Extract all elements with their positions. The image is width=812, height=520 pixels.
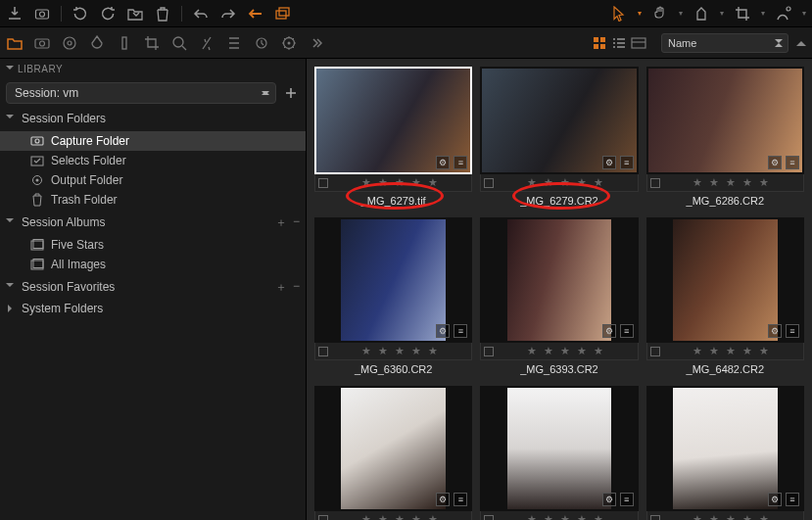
session-select[interactable]: Session: vm <box>6 82 276 104</box>
adjustments-badge-icon[interactable]: ⚙ <box>768 324 782 338</box>
thumbnail-image-wrap[interactable]: ⚙≡ <box>646 217 804 343</box>
thumbnail-cell[interactable]: ⚙≡★ ★ ★ ★ ★_MG_6286.CR2 <box>646 67 804 210</box>
select-checkbox[interactable] <box>318 178 328 188</box>
draw-icon[interactable] <box>775 5 792 23</box>
metadata-tab-icon[interactable] <box>225 34 243 52</box>
more-tabs-icon[interactable] <box>308 34 325 52</box>
info-badge-icon[interactable]: ≡ <box>620 324 634 338</box>
sidebar-item-selects-folder[interactable]: Selects Folder <box>0 151 306 170</box>
adjustments-badge-icon[interactable]: ⚙ <box>768 156 782 169</box>
pan-icon[interactable] <box>651 5 669 23</box>
rating-stars[interactable]: ★ ★ ★ ★ ★ <box>332 176 468 189</box>
rating-stars[interactable]: ★ ★ ★ ★ ★ <box>332 345 468 357</box>
exposure-icon[interactable] <box>693 5 710 23</box>
thumbnail-image-wrap[interactable]: ⚙≡ <box>646 386 804 511</box>
rating-stars[interactable]: ★ ★ ★ ★ ★ <box>498 176 634 189</box>
sort-select[interactable]: Name <box>661 33 788 53</box>
sidebar-item-output-folder[interactable]: Output Folder <box>0 170 306 190</box>
thumbnail-image-wrap[interactable]: ⚙≡ <box>480 67 638 174</box>
adjustments-badge-icon[interactable]: ⚙ <box>602 493 616 506</box>
session-favorites-section[interactable]: Session Favorites ＋ − <box>0 276 306 298</box>
import-icon[interactable] <box>6 5 24 23</box>
add-favorite-icon[interactable]: ＋ <box>275 279 287 296</box>
grid-view-icon[interactable] <box>591 34 608 52</box>
thumbnail-cell[interactable]: ⚙≡★ ★ ★ ★ ★ <box>314 386 472 520</box>
copy-stack-icon[interactable] <box>274 5 292 23</box>
add-session-button[interactable] <box>282 84 300 102</box>
select-checkbox[interactable] <box>484 515 494 521</box>
details-tab-icon[interactable] <box>170 34 188 52</box>
rating-stars[interactable]: ★ ★ ★ ★ ★ <box>664 176 800 189</box>
library-tab-icon[interactable] <box>6 34 24 52</box>
thumbnail-cell[interactable]: ⚙≡★ ★ ★ ★ ★_MG_6482.CR2 <box>646 217 804 378</box>
reset-icon[interactable] <box>247 5 264 23</box>
cursor-icon[interactable] <box>610 5 628 23</box>
undo-icon[interactable] <box>192 5 210 23</box>
crop-tab-icon[interactable] <box>143 34 161 52</box>
select-checkbox[interactable] <box>650 515 660 521</box>
filmstrip-view-icon[interactable] <box>630 34 647 52</box>
thumbnail-cell[interactable]: ⚙≡★ ★ ★ ★ ★_MG_6279.tif <box>314 67 472 210</box>
adjustments-badge-icon[interactable]: ⚙ <box>768 493 782 506</box>
info-badge-icon[interactable]: ≡ <box>454 493 467 506</box>
thumbnail-cell[interactable]: ⚙≡★ ★ ★ ★ ★_MG_6393.CR2 <box>480 217 638 378</box>
select-checkbox[interactable] <box>318 515 328 521</box>
sidebar-item-trash-folder[interactable]: Trash Folder <box>0 190 306 210</box>
info-badge-icon[interactable]: ≡ <box>454 324 467 338</box>
session-albums-section[interactable]: Session Albums ＋ − <box>0 212 306 233</box>
thumbnail-cell[interactable]: ⚙≡★ ★ ★ ★ ★ <box>480 386 638 520</box>
session-folders-section[interactable]: Session Folders <box>0 108 306 129</box>
metadata2-tab-icon[interactable] <box>253 34 270 52</box>
output-tab-icon[interactable] <box>280 34 298 52</box>
thumbnail-cell[interactable]: ⚙≡★ ★ ★ ★ ★_MG_6279.CR2 <box>480 67 638 210</box>
lens-tab-icon[interactable] <box>61 34 78 52</box>
info-badge-icon[interactable]: ≡ <box>454 156 467 169</box>
adjustments-badge-icon[interactable]: ⚙ <box>436 324 450 338</box>
rotate-left-icon[interactable] <box>72 5 89 23</box>
rating-stars[interactable]: ★ ★ ★ ★ ★ <box>664 513 800 520</box>
select-checkbox[interactable] <box>650 347 660 356</box>
select-checkbox[interactable] <box>484 178 494 188</box>
system-folders-section[interactable]: System Folders <box>0 298 306 319</box>
info-badge-icon[interactable]: ≡ <box>620 493 634 506</box>
sidebar-item-all-images[interactable]: All Images <box>0 255 306 274</box>
thumbnail-image-wrap[interactable]: ⚙≡ <box>480 217 638 343</box>
sidebar-item-capture-folder[interactable]: Capture Folder <box>0 131 306 151</box>
thumbnail-image-wrap[interactable]: ⚙≡ <box>646 67 804 174</box>
thumbnail-image-wrap[interactable]: ⚙≡ <box>314 217 472 343</box>
sort-direction-icon[interactable] <box>796 36 806 46</box>
thumbnail-cell[interactable]: ⚙≡★ ★ ★ ★ ★ <box>646 386 804 520</box>
adjustments-badge-icon[interactable]: ⚙ <box>602 324 616 338</box>
info-badge-icon[interactable]: ≡ <box>786 156 799 169</box>
select-checkbox[interactable] <box>484 347 494 356</box>
info-badge-icon[interactable]: ≡ <box>786 493 799 506</box>
info-badge-icon[interactable]: ≡ <box>786 324 799 338</box>
thumbnail-cell[interactable]: ⚙≡★ ★ ★ ★ ★_MG_6360.CR2 <box>314 217 472 378</box>
adjustments-badge-icon[interactable]: ⚙ <box>602 156 616 169</box>
library-header[interactable]: LIBRARY <box>0 59 306 78</box>
thumbnail-image-wrap[interactable]: ⚙≡ <box>480 386 638 511</box>
adjustments-badge-icon[interactable]: ⚙ <box>436 156 450 169</box>
rating-stars[interactable]: ★ ★ ★ ★ ★ <box>332 513 468 520</box>
add-album-icon[interactable]: ＋ <box>275 214 287 231</box>
capture-tab-icon[interactable] <box>33 34 51 52</box>
rating-stars[interactable]: ★ ★ ★ ★ ★ <box>498 513 634 520</box>
camera-icon[interactable] <box>33 5 51 23</box>
select-checkbox[interactable] <box>650 178 660 188</box>
remove-favorite-icon[interactable]: − <box>293 279 300 296</box>
adjustments-badge-icon[interactable]: ⚙ <box>436 493 450 506</box>
adjust-tab-icon[interactable] <box>198 34 215 52</box>
exposure-tab-icon[interactable] <box>116 34 133 52</box>
crop-icon[interactable] <box>734 5 751 23</box>
list-view-icon[interactable] <box>610 34 628 52</box>
rating-stars[interactable]: ★ ★ ★ ★ ★ <box>664 345 800 357</box>
rotate-right-icon[interactable] <box>99 5 117 23</box>
select-checkbox[interactable] <box>318 347 328 356</box>
color-tab-icon[interactable] <box>88 34 106 52</box>
thumbnail-image-wrap[interactable]: ⚙≡ <box>314 386 472 511</box>
thumbnail-image-wrap[interactable]: ⚙≡ <box>314 67 472 174</box>
remove-album-icon[interactable]: − <box>293 214 300 231</box>
redo-icon[interactable] <box>219 5 237 23</box>
move-to-folder-icon[interactable] <box>126 5 144 23</box>
rating-stars[interactable]: ★ ★ ★ ★ ★ <box>498 345 634 357</box>
